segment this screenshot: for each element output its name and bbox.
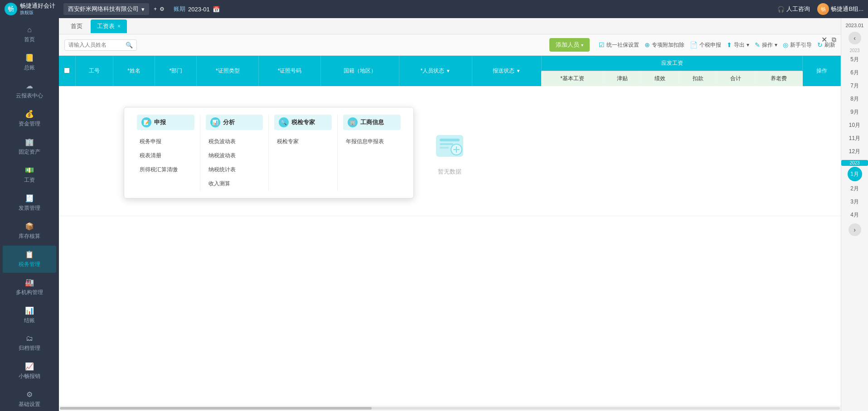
calendar-month-2[interactable]: 2月 (841, 182, 868, 195)
popup-section-title-expert: 税检专家 (291, 118, 315, 126)
svg-rect-2 (440, 143, 453, 145)
popup-section-header-business: 🏢 工商信息 (343, 115, 401, 130)
business-icon: 🏢 (348, 117, 358, 127)
add-person-chevron-icon: ▾ (581, 43, 583, 48)
toolbar-actions: ☑ 统一社保设置 ⊕ 专项附加扣除 📄 个税申报 ⬆ 导出 ▾ ✎ (599, 41, 835, 49)
th-name: *姓名 (113, 56, 155, 86)
cloud-icon: ☁ (26, 82, 33, 90)
consult-button[interactable]: 🎧 人工咨询 (777, 5, 810, 13)
calendar-month-9[interactable]: 9月 (841, 106, 868, 119)
th-total: 合计 (717, 71, 755, 87)
sidebar-item-close[interactable]: 📊 结账 (3, 302, 56, 329)
menu-tax-expert[interactable]: 税检专家 (274, 135, 332, 149)
search-input[interactable] (68, 42, 123, 48)
menu-income-calc[interactable]: 所得税汇算清缴 (137, 163, 194, 177)
menu-tax-stats[interactable]: 纳税统计表 (206, 163, 263, 177)
report-filter-icon[interactable]: ▼ (516, 68, 521, 73)
menu-tax-load[interactable]: 税负波动表 (206, 135, 263, 149)
filter-icon[interactable]: ▼ (446, 68, 451, 73)
social-settings-button[interactable]: ☑ 统一社保设置 (599, 41, 639, 49)
salary-icon: 💵 (25, 166, 34, 174)
empty-text: 暂无数据 (438, 168, 461, 176)
calendar-month-3[interactable]: 3月 (841, 195, 868, 208)
calendar-month-10[interactable]: 10月 (841, 119, 868, 132)
settings-icon: ⚙ (26, 390, 33, 399)
th-allowance: 津贴 (603, 71, 641, 87)
calendar-month-6[interactable]: 6月 (841, 66, 868, 79)
select-all-checkbox[interactable] (64, 68, 70, 73)
sidebar-item-funds[interactable]: 💰 资金管理 (3, 105, 56, 132)
calendar-month-4[interactable]: 4月 (841, 208, 868, 222)
sidebar-item-report[interactable]: 📈 小畅报销 (3, 358, 56, 385)
calendar-month-8[interactable]: 8月 (841, 92, 868, 106)
user-area[interactable]: 畅 畅捷通B组... (817, 3, 863, 15)
operate-chevron-icon: ▾ (775, 42, 777, 48)
tax-report-button[interactable]: 📄 个税申报 (690, 41, 721, 49)
tab-close-icon[interactable]: × (117, 23, 121, 29)
calendar-month-5[interactable]: 5月 (841, 53, 868, 66)
operate-button[interactable]: ✎ 操作 ▾ (755, 41, 777, 49)
tab-salary[interactable]: 工资表 × (91, 19, 127, 33)
menu-tax-wave[interactable]: 纳税波动表 (206, 149, 263, 163)
sidebar-item-ledger[interactable]: 📒 总账 (3, 49, 56, 76)
menu-tax-form[interactable]: 税表清册 (137, 149, 194, 163)
select-all-header[interactable] (59, 56, 75, 86)
close-books-icon: 📊 (25, 306, 34, 315)
guide-button[interactable]: ◎ 新手引导 (783, 41, 812, 49)
calendar-month-active[interactable]: 1月 (848, 167, 862, 181)
sidebar-item-tax[interactable]: 📋 税务管理 (3, 246, 56, 273)
logo-title: 畅捷通好会计 (20, 2, 55, 10)
sidebar-item-home[interactable]: ⌂ 首页 (3, 21, 56, 48)
sidebar-item-multi[interactable]: 🏭 多机构管理 (3, 274, 56, 301)
avatar: 畅 (817, 3, 829, 15)
calendar-icon[interactable]: 📅 (213, 6, 220, 13)
inventory-icon: 📦 (25, 222, 34, 231)
popup-section-title-analysis: 分析 (223, 118, 235, 126)
calendar-month-12[interactable]: 12月 (841, 145, 868, 158)
special-deduction-button[interactable]: ⊕ 专项附加扣除 (645, 41, 684, 49)
menu-tax-declare[interactable]: 税务申报 (137, 135, 194, 149)
settings-icon[interactable]: ⚙ (160, 6, 165, 12)
sidebar-item-invoice[interactable]: 🧾 发票管理 (3, 189, 56, 217)
sidebar-item-inventory[interactable]: 📦 库存核算 (3, 218, 56, 245)
export-chevron-icon: ▾ (747, 42, 749, 48)
scrollbar[interactable] (59, 406, 841, 411)
add-person-button[interactable]: 添加人员 ▾ (549, 38, 590, 52)
scrollbar-track (60, 407, 840, 410)
special-icon: ⊕ (645, 41, 650, 48)
sidebar-item-settings[interactable]: ⚙ 基础设置 (3, 386, 56, 411)
popup-section-header-analysis: 📊 分析 (206, 115, 263, 130)
add-company-button[interactable]: + (154, 6, 157, 12)
calendar-month-11[interactable]: 11月 (841, 132, 868, 145)
logo-sub: 旗舰版 (20, 10, 55, 16)
funds-icon: 💰 (25, 110, 34, 118)
company-selector[interactable]: 西安虾米网络科技有限公司 ▾ (63, 3, 149, 15)
sidebar-item-assets[interactable]: 🏢 固定资产 (3, 133, 56, 160)
window-close-icon[interactable]: ✕ (821, 35, 827, 44)
plus-icon: + (154, 6, 157, 12)
popup-section-analysis: 📊 分析 税负波动表 纳税波动表 纳税统计表 收入测算 (200, 115, 269, 191)
calendar-prev-icon[interactable]: ‹ (849, 32, 861, 44)
headset-icon: 🎧 (777, 6, 785, 13)
calendar-next-icon[interactable]: › (849, 223, 861, 236)
sidebar-item-salary[interactable]: 💵 工资 (3, 161, 56, 189)
th-pension: 养老费 (755, 71, 803, 87)
tab-bar: 首页 工资表 × (59, 18, 841, 34)
calendar-month-7[interactable]: 7月 (841, 79, 868, 92)
main-layout: ⌂ 首页 📒 总账 ☁ 云报表中心 💰 资金管理 🏢 固定资产 💵 工资 🧾 发… (0, 18, 868, 411)
calendar-year-2023: 2023 (849, 48, 859, 53)
tab-home[interactable]: 首页 (64, 19, 89, 33)
top-header: 畅 畅捷通好会计 旗舰版 西安虾米网络科技有限公司 ▾ + ⚙ 账期 2023-… (0, 0, 868, 18)
window-restore-icon[interactable]: ⧉ (832, 36, 836, 44)
popup-section-declaration: 📝 申报 税务申报 税表清册 所得税汇算清缴 (131, 115, 200, 191)
search-wrap[interactable]: 🔍 (64, 39, 137, 51)
report-icon: 📈 (25, 362, 34, 371)
menu-annual-report[interactable]: 年报信息申报表 (343, 135, 401, 149)
svg-rect-1 (440, 139, 460, 141)
menu-income-measure[interactable]: 收入测算 (206, 177, 263, 191)
export-button[interactable]: ⬆ 导出 ▾ (727, 41, 749, 49)
sidebar-item-archive[interactable]: 🗂 归档管理 (3, 330, 56, 357)
scrollbar-thumb[interactable] (60, 407, 372, 410)
sidebar-item-cloud[interactable]: ☁ 云报表中心 (3, 77, 56, 104)
logo-icon: 畅 (5, 3, 17, 15)
